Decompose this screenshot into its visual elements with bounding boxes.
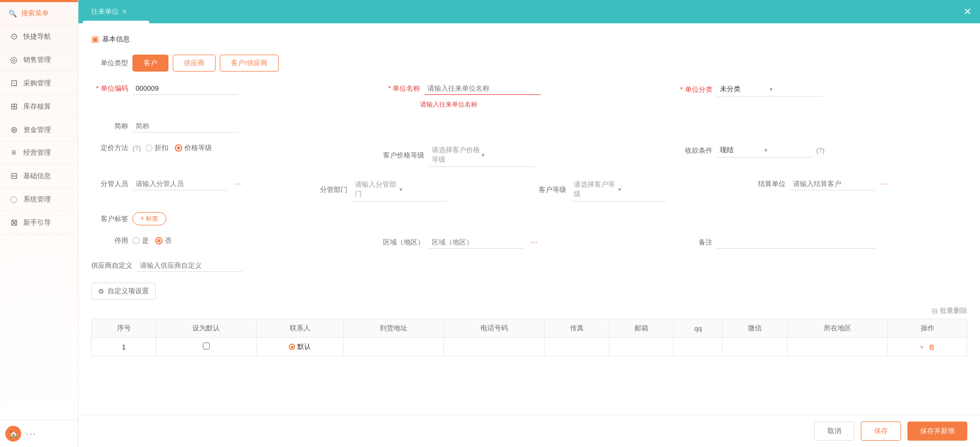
settlement-label: 结算单位 — [749, 179, 786, 189]
cancel-button[interactable]: 取消 — [814, 422, 854, 441]
custom-settings-button[interactable]: ⚙ 自定义项设置 — [91, 283, 156, 300]
window-close-button[interactable]: ✕ — [959, 4, 976, 20]
row-cell-4[interactable] — [444, 338, 545, 356]
customer-price-chevron-icon: ▾ — [482, 152, 531, 159]
settlement-more-icon[interactable]: ··· — [879, 179, 890, 189]
type-supplier-button[interactable]: 供应商 — [173, 55, 216, 72]
row-checkbox[interactable] — [203, 343, 210, 349]
tab-partners[interactable]: 往来单位✕ — [83, 3, 149, 21]
sidebar-item-quick-nav[interactable]: ⊙快捷导航 — [0, 25, 78, 48]
sidebar-icon-system: ◌ — [8, 194, 19, 204]
sidebar-label-finance: 资金管理 — [23, 125, 51, 135]
customer-level-field: 客户等级 请选择客户等级 ▾ — [529, 178, 749, 201]
settlement-input[interactable] — [790, 178, 875, 190]
payment-terms-select[interactable]: 现结 ▾ — [717, 143, 812, 157]
sidebar-icon-guide: ⊠ — [8, 217, 19, 227]
pricing-help-icon[interactable]: (?) — [132, 144, 141, 152]
customer-price-select[interactable]: 请选择客户价格等级 ▾ — [429, 143, 534, 167]
disabled-no-radio[interactable]: 否 — [155, 236, 172, 246]
row-cell-8[interactable] — [723, 338, 787, 356]
sidebar-icon-basic-info: ⊟ — [8, 171, 19, 181]
customer-level-chevron-icon: ▾ — [618, 186, 663, 193]
search-menu-item[interactable]: 🔍 搜索菜单 — [0, 2, 78, 25]
footer: 取消 保存 保存并新增 — [78, 415, 980, 447]
pricing-level-radio[interactable]: 价格等级 — [175, 143, 212, 153]
home-footer-icon[interactable]: 🏠 — [5, 426, 21, 442]
save-button[interactable]: 保存 — [861, 422, 901, 441]
batch-icon: ⊟ — [932, 307, 938, 315]
sidebar-item-operations[interactable]: ≡经营管理 — [0, 142, 78, 164]
row-seq: 1 — [92, 338, 156, 356]
table-body: 1默认+🗑 — [92, 338, 967, 356]
type-both-button[interactable]: 客户/供应商 — [220, 55, 279, 72]
row-checkbox-cell[interactable] — [156, 338, 257, 356]
section-header: ▣ 基本信息 — [91, 34, 967, 44]
sidebar-icon-operations: ≡ — [8, 148, 19, 157]
row-cell-3[interactable] — [343, 338, 444, 356]
level-radio-dot — [177, 146, 180, 150]
settings-gear-icon: ⚙ — [98, 287, 104, 295]
department-select[interactable]: 请输入分管部门 ▾ — [352, 178, 447, 201]
add-row-icon[interactable]: + — [920, 343, 924, 351]
unit-name-input[interactable] — [424, 82, 541, 95]
tag-label: 客户标签 — [91, 214, 128, 224]
payment-terms-chevron-icon: ▾ — [764, 147, 809, 154]
row-default-cell[interactable]: 默认 — [256, 338, 343, 356]
customer-price-label: 客户价格等级 — [383, 151, 424, 160]
sidebar-item-basic-info[interactable]: ⊟基础信息 — [0, 164, 78, 188]
table-column-header: 微信 — [723, 319, 787, 338]
unit-name-field: * 单位名称 请输入往来单位名称 — [383, 82, 675, 109]
abbr-input[interactable] — [132, 120, 238, 133]
delete-row-icon[interactable]: 🗑 — [928, 343, 935, 351]
sidebar-label-quick-nav: 快捷导航 — [23, 32, 51, 41]
manager-input[interactable] — [132, 178, 228, 190]
save-new-button[interactable]: 保存并新增 — [907, 422, 967, 441]
unit-info-row: * 单位编码 * 单位名称 请输入往来单位名称 * 单位分类 未分类 ▾ — [91, 82, 967, 109]
table-column-header: 设为默认 — [156, 319, 257, 338]
customer-level-select[interactable]: 请选择客户等级 ▾ — [571, 178, 666, 201]
area-input[interactable] — [429, 236, 524, 249]
area-more-icon[interactable]: ··· — [528, 238, 539, 247]
customer-price-field: 客户价格等级 请选择客户价格等级 ▾ — [383, 143, 675, 167]
unit-type-row: 单位类型 客户 供应商 客户/供应商 — [91, 55, 967, 72]
batch-delete-label[interactable]: 批量删除 — [940, 306, 967, 315]
table-column-header: 电话号码 — [444, 319, 545, 338]
disabled-yes-radio[interactable]: 是 — [132, 236, 149, 246]
sidebar-label-basic-info: 基础信息 — [23, 171, 51, 181]
sidebar-footer-dots[interactable]: ⋯ — [25, 427, 36, 440]
sidebar-label-sales: 销售管理 — [23, 55, 51, 65]
disabled-field: 停用 是 否 — [91, 236, 383, 246]
no-radio-dot — [157, 239, 161, 242]
tag-field: 客户标签 + 标签 — [91, 212, 967, 225]
unit-category-value: 未分类 — [720, 84, 770, 94]
type-customer-button[interactable]: 客户 — [132, 55, 168, 72]
row-cell-7[interactable] — [674, 338, 723, 356]
row-cell-6[interactable] — [609, 338, 674, 356]
sidebar-item-guide[interactable]: ⊠新手引导 — [0, 211, 78, 234]
sidebar-item-purchase[interactable]: ⊡采购管理 — [0, 72, 78, 95]
notes-input[interactable] — [717, 236, 876, 249]
supplier-custom-label: 供应商自定义 — [91, 261, 132, 270]
supplier-custom-input[interactable] — [137, 259, 243, 272]
department-placeholder: 请输入分管部门 — [355, 180, 399, 199]
sidebar-item-system[interactable]: ◌系统管理 — [0, 188, 78, 211]
pricing-discount-radio[interactable]: 折扣 — [145, 143, 168, 153]
table-column-header: 序号 — [92, 319, 156, 338]
yes-radio-circle — [132, 237, 140, 244]
search-menu-label: 搜索菜单 — [21, 8, 49, 18]
tab-close-partners[interactable]: ✕ — [122, 8, 127, 15]
add-tag-button[interactable]: + 标签 — [132, 212, 166, 225]
row-cell-9[interactable] — [787, 338, 888, 356]
payment-help-icon[interactable]: (?) — [816, 146, 825, 154]
sidebar-item-sales[interactable]: ◎销售管理 — [0, 48, 78, 72]
yes-label: 是 — [142, 236, 149, 246]
sidebar-nav: ⊙快捷导航◎销售管理⊡采购管理⊞库存核算⊛资金管理≡经营管理⊟基础信息◌系统管理… — [0, 25, 78, 234]
sidebar-item-finance[interactable]: ⊛资金管理 — [0, 118, 78, 142]
manager-more-icon[interactable]: ··· — [232, 179, 243, 189]
sidebar-label-guide: 新手引导 — [23, 218, 51, 227]
sidebar-item-inventory[interactable]: ⊞库存核算 — [0, 95, 78, 118]
row-cell-5[interactable] — [544, 338, 609, 356]
tab-bar: 首页往来单位✕新增往来单位✕ ✕ — [78, 0, 980, 23]
unit-category-select[interactable]: 未分类 ▾ — [717, 82, 823, 97]
unit-code-input[interactable] — [132, 82, 238, 95]
